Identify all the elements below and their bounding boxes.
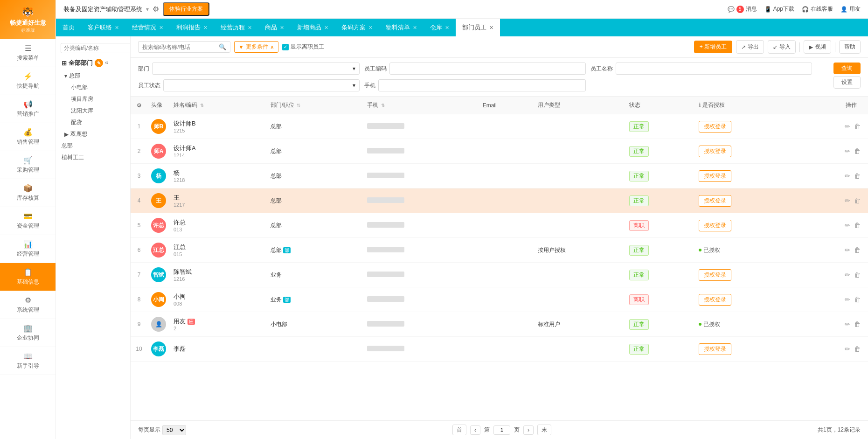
delete-icon[interactable]: 🗑	[854, 222, 861, 229]
th-settings[interactable]: ⚙	[131, 97, 147, 114]
tab-close-new-goods[interactable]: ✕	[324, 25, 328, 31]
dropdown-icon[interactable]: ▾	[146, 6, 149, 13]
tab-close-operation[interactable]: ✕	[159, 25, 163, 31]
auth-button[interactable]: 授权登录	[699, 269, 731, 281]
sidebar-item-company[interactable]: 🏢企业协同	[0, 319, 56, 347]
delete-icon[interactable]: 🗑	[854, 246, 861, 254]
tab-close-profit[interactable]: ✕	[203, 25, 208, 31]
nav-tab-dept-staff[interactable]: 部门员工✕	[456, 19, 500, 36]
first-page-button[interactable]: 首	[452, 425, 466, 435]
import-button[interactable]: ↙ 导入	[768, 40, 796, 54]
nav-tab-warehouse[interactable]: 仓库✕	[424, 19, 456, 36]
dept-item-shenyang[interactable]: 沈阳大库	[63, 105, 126, 117]
tab-close-process[interactable]: ✕	[248, 25, 252, 31]
delete-icon[interactable]: 🗑	[854, 345, 861, 353]
view-button[interactable]: ▶ 视频	[804, 40, 831, 54]
edit-icon[interactable]: ✏	[845, 172, 850, 180]
sidebar-item-shortcut[interactable]: ⚡快捷导航	[0, 67, 56, 95]
service-button[interactable]: 🎧 在线客服	[802, 5, 833, 13]
query-button[interactable]: 查询	[833, 63, 861, 74]
dept-general-title[interactable]: ▾ 总部	[63, 70, 126, 82]
edit-icon[interactable]: ✏	[845, 345, 850, 353]
edit-icon[interactable]: ✏	[845, 246, 850, 254]
search-input[interactable]	[142, 44, 217, 50]
sidebar-item-guide[interactable]: 📖新手引导	[0, 347, 56, 375]
sidebar-item-operation[interactable]: 📊经营管理	[0, 235, 56, 263]
tab-close-dept-staff[interactable]: ✕	[489, 25, 493, 31]
dept-item-small-elec[interactable]: 小电部	[63, 82, 126, 93]
gear-icon[interactable]: ⚙	[153, 5, 159, 14]
show-archived-toggle[interactable]: ✓ 显示离职员工	[282, 43, 324, 51]
nav-tab-new-goods[interactable]: 新增商品✕	[291, 19, 335, 36]
auth-button[interactable]: 授权登录	[699, 170, 731, 182]
edit-icon[interactable]: ✏	[845, 321, 850, 328]
sidebar-item-marketing[interactable]: 📢营销推广	[0, 95, 56, 123]
tab-close-material[interactable]: ✕	[413, 25, 417, 31]
sidebar-item-system[interactable]: ⚙系统管理	[0, 291, 56, 319]
dept-item-distribution[interactable]: 配货	[63, 117, 126, 128]
edit-icon[interactable]: ✏	[845, 271, 850, 279]
dept-item-project[interactable]: 项目库房	[63, 93, 126, 105]
delete-icon[interactable]: 🗑	[854, 296, 861, 303]
dept-item-general2[interactable]: 总部	[60, 140, 126, 152]
dept-all-item[interactable]: ⊞ 全部部门 ✎ «	[60, 56, 126, 70]
delete-icon[interactable]: 🗑	[854, 147, 861, 155]
sidebar-item-purchase[interactable]: 🛒采购管理	[0, 151, 56, 179]
nav-tab-barcode[interactable]: 条码方案✕	[335, 19, 379, 36]
delete-icon[interactable]: 🗑	[854, 321, 861, 328]
th-phone[interactable]: 手机 ⇅	[363, 97, 479, 114]
last-page-button[interactable]: 末	[537, 425, 551, 435]
delete-icon[interactable]: 🗑	[854, 271, 861, 279]
edit-icon[interactable]: ✏	[845, 296, 850, 303]
delete-icon[interactable]: 🗑	[854, 123, 861, 130]
sidebar-item-finance[interactable]: 💳资金管理	[0, 207, 56, 235]
dept-item-planting[interactable]: 植树王三	[60, 152, 126, 163]
tab-close-goods[interactable]: ✕	[280, 25, 284, 31]
edit-icon[interactable]: ✏	[845, 197, 850, 204]
dept-filter-select[interactable]: ▾	[152, 63, 360, 75]
prev-page-button[interactable]: ‹	[470, 425, 480, 435]
tab-close-warehouse[interactable]: ✕	[445, 25, 449, 31]
sidebar-item-search[interactable]: ☰搜索菜单	[0, 39, 56, 67]
nav-tab-home[interactable]: 首页	[56, 19, 81, 36]
user-avatar[interactable]: 👤 用友	[840, 5, 861, 13]
delete-icon[interactable]: 🗑	[854, 197, 861, 204]
phone-filter-input[interactable]	[378, 79, 586, 91]
auth-button[interactable]: 授权登录	[699, 195, 731, 207]
sidebar-item-inventory[interactable]: 📦库存核算	[0, 179, 56, 207]
more-filter-button[interactable]: ▼ 更多条件 ∧	[234, 41, 278, 53]
add-staff-button[interactable]: + 新增员工	[694, 41, 732, 53]
trial-button[interactable]: 体验行业方案	[163, 2, 209, 16]
export-button[interactable]: ↗ 导出	[736, 40, 764, 54]
nav-tab-material[interactable]: 物料清单✕	[379, 19, 424, 36]
status-filter-select[interactable]: ▾	[163, 79, 360, 91]
help-button[interactable]: 帮助	[839, 40, 861, 54]
set-button[interactable]: 设置	[833, 76, 861, 89]
tab-close-customer[interactable]: ✕	[115, 25, 119, 31]
nav-tab-goods[interactable]: 商品✕	[258, 19, 291, 36]
nav-tab-process[interactable]: 经营历程✕	[214, 19, 258, 36]
sidebar-item-basic[interactable]: 📋基础信息	[0, 263, 56, 291]
next-page-button[interactable]: ›	[523, 425, 534, 435]
app-download-button[interactable]: 📱 App下载	[764, 5, 794, 13]
message-button[interactable]: 💬 5 消息	[728, 5, 757, 13]
code-filter-input[interactable]	[389, 63, 586, 75]
auth-button[interactable]: 授权登录	[699, 121, 731, 132]
dept-collapse-icon[interactable]: «	[105, 59, 108, 67]
th-dept[interactable]: 部门/职位 ⇅	[267, 97, 364, 114]
auth-button[interactable]: 授权登录	[699, 146, 731, 157]
auth-button[interactable]: 授权登录	[699, 343, 731, 355]
delete-icon[interactable]: 🗑	[854, 172, 861, 180]
edit-icon[interactable]: ✏	[845, 147, 850, 155]
nav-tab-customer[interactable]: 客户联络✕	[81, 19, 125, 36]
th-name[interactable]: 姓名/编码 ⇅	[170, 97, 267, 114]
name-filter-input[interactable]	[616, 63, 812, 75]
dept-shuang-title[interactable]: ▶ 双鹿想	[63, 128, 126, 140]
edit-icon[interactable]: ✏	[845, 123, 850, 130]
nav-tab-profit[interactable]: 利润报告✕	[170, 19, 214, 36]
per-page-select[interactable]: 50 100 200	[162, 425, 186, 435]
dept-search-input[interactable]	[61, 43, 131, 53]
tab-close-barcode[interactable]: ✕	[368, 25, 373, 31]
edit-icon[interactable]: ✏	[845, 222, 850, 229]
dept-edit-icon[interactable]: ✎	[95, 59, 103, 67]
